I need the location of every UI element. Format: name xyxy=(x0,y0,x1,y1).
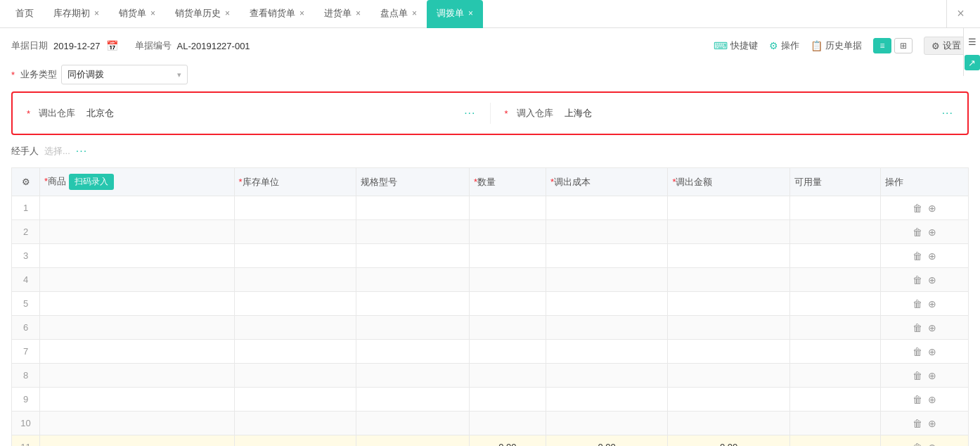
calendar-icon[interactable]: 📅 xyxy=(106,40,118,51)
copy-icon[interactable]: ⊕ xyxy=(928,322,936,333)
delete-icon[interactable]: 🗑 xyxy=(913,418,922,429)
cell-product[interactable] xyxy=(40,316,235,340)
cell-qty[interactable] xyxy=(469,268,546,292)
copy-icon[interactable]: ⊕ xyxy=(928,298,936,310)
tab-view-sales[interactable]: 查看销货单 × xyxy=(240,0,314,28)
cell-qty[interactable] xyxy=(469,292,546,316)
sidebar-export-icon[interactable]: ↗ xyxy=(965,55,980,70)
cell-transfer-cost[interactable] xyxy=(546,220,667,244)
cell-spec[interactable] xyxy=(356,268,469,292)
cell-transfer-amount[interactable] xyxy=(668,388,789,412)
tab-inventory-check[interactable]: 盘点单 × xyxy=(370,0,427,28)
cell-unit[interactable] xyxy=(234,268,356,292)
cell-unit[interactable] xyxy=(234,244,356,268)
delete-icon[interactable]: 🗑 xyxy=(913,322,922,333)
cell-spec[interactable] xyxy=(356,435,469,447)
delete-icon[interactable]: 🗑 xyxy=(913,274,922,286)
layout-btn-grid[interactable]: ⊞ xyxy=(894,38,913,53)
cell-transfer-cost[interactable] xyxy=(546,388,667,412)
tab-inventory-init-close[interactable]: × xyxy=(94,8,99,18)
tab-inventory-init[interactable]: 库存期初 × xyxy=(44,0,109,28)
cell-spec[interactable] xyxy=(356,244,469,268)
cell-product[interactable] xyxy=(40,244,235,268)
settings-button[interactable]: ⚙ 设置 xyxy=(924,37,969,55)
delete-icon[interactable]: 🗑 xyxy=(913,250,922,262)
cell-product[interactable] xyxy=(40,412,235,435)
gear-icon[interactable]: ⚙ xyxy=(22,177,30,187)
cell-transfer-cost[interactable] xyxy=(546,196,667,220)
cell-transfer-amount[interactable] xyxy=(668,220,789,244)
tab-home[interactable]: 首页 xyxy=(6,0,44,28)
delete-icon[interactable]: 🗑 xyxy=(913,346,922,357)
sidebar-list-icon[interactable]: ☰ xyxy=(965,34,980,49)
main-close-button[interactable]: × xyxy=(946,0,974,28)
delete-icon[interactable]: 🗑 xyxy=(913,370,922,381)
copy-icon[interactable]: ⊕ xyxy=(928,203,936,214)
cell-qty[interactable] xyxy=(469,340,546,364)
tab-sales-order[interactable]: 销货单 × xyxy=(109,0,165,28)
copy-icon[interactable]: ⊕ xyxy=(928,370,936,381)
cell-transfer-cost[interactable] xyxy=(546,364,667,388)
tab-inventory-check-close[interactable]: × xyxy=(412,8,417,18)
biz-type-select[interactable]: 同价调拨 ▾ xyxy=(61,65,188,84)
cell-product[interactable] xyxy=(40,340,235,364)
tab-transfer-order[interactable]: 调拨单 × xyxy=(427,0,483,28)
copy-icon[interactable]: ⊕ xyxy=(928,227,936,238)
cell-transfer-amount[interactable] xyxy=(668,340,789,364)
cell-qty[interactable] xyxy=(469,316,546,340)
cell-unit[interactable] xyxy=(234,292,356,316)
cell-spec[interactable] xyxy=(356,316,469,340)
cell-transfer-amount[interactable] xyxy=(668,412,789,435)
cell-product[interactable] xyxy=(40,196,235,220)
cell-spec[interactable] xyxy=(356,220,469,244)
cell-qty[interactable] xyxy=(469,196,546,220)
cell-transfer-amount[interactable] xyxy=(668,364,789,388)
copy-icon[interactable]: ⊕ xyxy=(928,418,936,429)
delete-icon[interactable]: 🗑 xyxy=(913,298,922,310)
cell-transfer-cost[interactable] xyxy=(546,316,667,340)
cell-spec[interactable] xyxy=(356,364,469,388)
cell-unit[interactable] xyxy=(234,412,356,435)
cell-unit[interactable] xyxy=(234,364,356,388)
tab-sales-history-close[interactable]: × xyxy=(225,8,230,18)
delete-icon[interactable]: 🗑 xyxy=(913,394,922,405)
delete-icon[interactable]: 🗑 xyxy=(913,227,922,238)
cell-product[interactable] xyxy=(40,292,235,316)
layout-btn-list[interactable]: ≡ xyxy=(873,38,891,53)
cell-unit[interactable] xyxy=(234,388,356,412)
cell-unit[interactable] xyxy=(234,340,356,364)
shortcut-button[interactable]: ⌨ 快捷键 xyxy=(714,39,758,52)
cell-unit[interactable] xyxy=(234,435,356,447)
cell-spec[interactable] xyxy=(356,292,469,316)
handler-more-btn[interactable]: ··· xyxy=(76,145,87,158)
cell-transfer-cost[interactable] xyxy=(546,340,667,364)
cell-transfer-cost[interactable] xyxy=(546,412,667,435)
cell-transfer-cost[interactable] xyxy=(546,268,667,292)
cell-product[interactable] xyxy=(40,268,235,292)
cell-spec[interactable] xyxy=(356,388,469,412)
copy-icon[interactable]: ⊕ xyxy=(928,442,936,447)
cell-spec[interactable] xyxy=(356,340,469,364)
cell-unit[interactable] xyxy=(234,196,356,220)
cell-qty[interactable] xyxy=(469,388,546,412)
ops-button[interactable]: ⚙ 操作 xyxy=(769,39,799,52)
cell-transfer-cost[interactable] xyxy=(546,292,667,316)
history-button[interactable]: 📋 历史单据 xyxy=(811,39,862,52)
tab-sales-order-close[interactable]: × xyxy=(150,8,155,18)
tab-view-sales-close[interactable]: × xyxy=(299,8,304,18)
cell-qty[interactable] xyxy=(469,412,546,435)
cell-spec[interactable] xyxy=(356,196,469,220)
cell-product[interactable] xyxy=(40,220,235,244)
cell-unit[interactable] xyxy=(234,220,356,244)
cell-qty[interactable] xyxy=(469,364,546,388)
cell-transfer-amount[interactable] xyxy=(668,244,789,268)
cell-qty[interactable] xyxy=(469,244,546,268)
delete-icon[interactable]: 🗑 xyxy=(913,203,922,214)
cell-transfer-amount[interactable] xyxy=(668,292,789,316)
cell-product[interactable] xyxy=(40,388,235,412)
scan-button[interactable]: 扫码录入 xyxy=(69,174,114,190)
tab-purchase-order[interactable]: 进货单 × xyxy=(314,0,370,28)
in-warehouse-more-btn[interactable]: ··· xyxy=(942,107,953,120)
cell-product[interactable] xyxy=(40,364,235,388)
tab-purchase-order-close[interactable]: × xyxy=(356,8,361,18)
